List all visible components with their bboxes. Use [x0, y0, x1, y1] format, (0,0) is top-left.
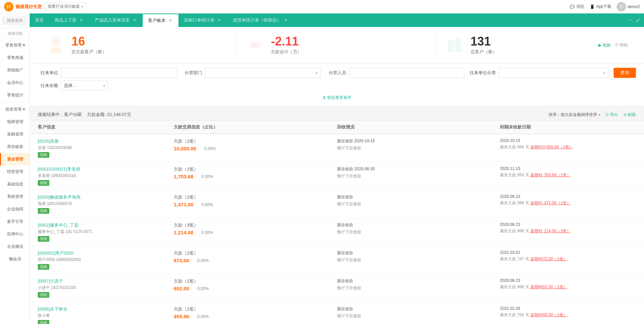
- sidebar-search-button[interactable]: 搜索菜单: [2, 16, 27, 25]
- dept-chevron-icon: ▾: [316, 71, 317, 75]
- tab-close-customer-account[interactable]: ✕: [168, 18, 173, 23]
- recovery-next-0: 预计下次收款: [337, 145, 500, 151]
- tab-close-product-history[interactable]: ✕: [132, 18, 137, 23]
- sidebar-item-marketing[interactable]: 营销推广: [0, 64, 29, 77]
- customer-name-5[interactable]: [0007]小进干: [38, 278, 174, 284]
- tab-action-buttons: − ⤢: [624, 13, 644, 27]
- sidebar-item-capital[interactable]: 资金管理: [0, 153, 29, 166]
- debt-ratio-3: 0.00%: [201, 230, 213, 235]
- stat-card-debt-customers: 16 总欠款客户（家）: [38, 32, 237, 58]
- overdue-link-5[interactable]: 超期¥652.00（1笔）: [530, 285, 567, 289]
- tab-import-stats[interactable]: 进货单统计表（按商品） ✕: [227, 13, 294, 27]
- tab-purchase-stats[interactable]: 采购订单统计表 ✕: [178, 13, 227, 27]
- debt-ratio-6: 0.00%: [197, 314, 209, 319]
- person-input[interactable]: ···: [349, 68, 465, 78]
- debt-row-1: 1,703.68 0.00%: [174, 174, 337, 179]
- overdue-link-6[interactable]: 超期¥455.90（1笔）: [530, 313, 567, 317]
- debt-ratio-1: 0.00%: [201, 174, 213, 179]
- debt-count-2: 欠款（1笔）: [174, 194, 337, 200]
- help-link[interactable]: ⏱ 帮助: [615, 42, 628, 48]
- sidebar-item-member[interactable]: 会员中心: [0, 77, 29, 89]
- sidebar-divider-2: [0, 102, 29, 102]
- sidebar-item-inventory[interactable]: 库存核算: [0, 141, 29, 153]
- balance-select[interactable]: 选择... ▾: [61, 81, 108, 91]
- customer-name-0[interactable]: [0016]吴俊: [38, 138, 174, 144]
- message-button[interactable]: 💬 消息: [570, 4, 584, 9]
- tab-collapse-button[interactable]: −: [627, 17, 633, 24]
- sidebar-item-app-center[interactable]: 应用中心: [0, 228, 29, 240]
- sidebar-item-guide[interactable]: 新手引导: [0, 215, 29, 228]
- tab-product-shelf[interactable]: 商品上下架 ✕: [49, 13, 89, 27]
- sidebar-item-wechat[interactable]: 企业微信: [0, 240, 29, 253]
- debt-count-5: 欠款（1笔）: [174, 278, 337, 284]
- dept-select[interactable]: ▾: [205, 68, 320, 78]
- stat-card-right: ▶ 视频 ⏱ 帮助: [502, 42, 628, 48]
- filter-dept: 分管部门 ▾: [182, 68, 320, 78]
- overdue-link-1[interactable]: 超期¥1,703.68（1笔）: [530, 173, 571, 177]
- overdue-link-3[interactable]: 超期¥1,214.00（3笔）: [530, 229, 571, 233]
- sidebar-item-retail-mgmt[interactable]: 零售管理 ▾: [0, 39, 29, 52]
- sort-selector[interactable]: 排序：按欠款金额倒序排序 ▾: [549, 112, 600, 118]
- tab-customer-account[interactable]: 客户账本 ✕: [143, 13, 178, 27]
- customer-contact-0: 吴俊 13026203696: [38, 145, 174, 151]
- sidebar-item-operations[interactable]: 经营管理: [0, 166, 29, 178]
- user-avatar[interactable]: D demo2: [617, 2, 640, 11]
- svg-point-0: [52, 38, 60, 46]
- export-button[interactable]: ⊙ 导出: [606, 112, 618, 118]
- stat-info-total-customers: 131 总客户（家）: [471, 35, 497, 55]
- customer-name-4[interactable]: [000002]用户2050: [38, 250, 174, 256]
- tab-home[interactable]: 首页: [30, 13, 49, 27]
- sidebar-item-purchase[interactable]: 采购管理: [0, 128, 29, 141]
- sidebar-item-wholesale-mgmt[interactable]: 批发管理 ▾: [0, 103, 29, 116]
- tab-close-purchase-stats[interactable]: ✕: [217, 18, 222, 23]
- customer-name-1[interactable]: [00010200011]李老师: [38, 166, 174, 172]
- overdue-date-3: 2020.06.23: [500, 222, 636, 227]
- sidebar-item-retail-mall[interactable]: 零售商城: [0, 52, 29, 64]
- view-video-link[interactable]: ▶ 视频: [598, 42, 611, 48]
- customer-info-6: [0006]去下粮仓 陈小希 现销: [38, 306, 174, 324]
- sidebar-item-vip[interactable]: 畅会员: [0, 253, 29, 265]
- tab-bar: 首页 商品上下架 ✕ 产成品入库单历史 ✕ 客户账本 ✕ 采购订单统计表 ✕: [30, 13, 644, 27]
- search-button[interactable]: 查询: [614, 68, 636, 78]
- customer-tag-1: 现销: [38, 180, 49, 186]
- col-header-overdue: 到期未收款日期: [500, 124, 636, 130]
- refresh-button[interactable]: ⊙ 刷新: [623, 112, 636, 118]
- recovery-date-3: 最近收款: [337, 222, 500, 228]
- collapse-button[interactable]: ⬆ 收起更多条件: [323, 95, 352, 100]
- overdue-link-2[interactable]: 超期¥1,471.00（1笔）: [530, 201, 571, 205]
- top-bar-right: 💬 消息 📱 App下载 D demo2: [570, 2, 640, 11]
- stat-value-debt-total: -2.11: [271, 35, 302, 48]
- filter-balance: 往来余额 选择... ▾: [38, 81, 636, 91]
- collapse-icon: ⬆: [323, 95, 326, 100]
- stat-label-debt-count: 总欠款客户（家）: [72, 49, 107, 55]
- customer-name-6[interactable]: [0006]去下粮仓: [38, 306, 174, 312]
- unit-category-select[interactable]: ▾: [499, 68, 608, 78]
- sidebar-item-ecommerce[interactable]: 电商管理: [0, 116, 29, 128]
- sidebar-item-system[interactable]: 系统管理: [0, 190, 29, 203]
- debt-ratio-4: 0.00%: [197, 258, 209, 263]
- debt-info-6: 欠款（1笔） 455.90 0.00%: [174, 306, 337, 319]
- table-row: [0003]畅捷服务尹海燕 海燕 18513066976 现销 欠款（1笔） 1…: [30, 190, 644, 218]
- overdue-info-0: 2020.10.15 最长欠款 884 天 超期¥10,000.00（1笔）: [500, 138, 636, 150]
- store-selector[interactable]: 母婴行业演示账套 ▾: [45, 3, 86, 10]
- customer-name-2[interactable]: [0003]畅捷服务尹海燕: [38, 194, 174, 200]
- overdue-days-6: 最长欠款 750 天 超期¥455.90（1笔）: [500, 312, 636, 318]
- tab-maximize-button[interactable]: ⤢: [634, 17, 641, 24]
- overdue-link-0[interactable]: 超期¥10,000.00（1笔）: [530, 145, 573, 149]
- debt-count-6: 欠款（1笔）: [174, 306, 337, 312]
- tab-close-product-shelf[interactable]: ✕: [79, 18, 84, 23]
- source-unit-input[interactable]: ···: [61, 68, 176, 78]
- sidebar-item-enterprise[interactable]: 企业协同: [0, 203, 29, 215]
- overdue-days-5: 最长欠款 998 天 超期¥652.00（1笔）: [500, 284, 636, 290]
- app-download-button[interactable]: 📱 App下载: [590, 4, 611, 9]
- content-area: 首页 商品上下架 ✕ 产成品入库单历史 ✕ 客户账本 ✕ 采购订单统计表 ✕: [30, 13, 644, 324]
- sidebar-item-basic-info[interactable]: 基础信息: [0, 178, 29, 190]
- filter-area: 往来单位 ··· 分管部门 ▾: [30, 64, 644, 106]
- collapse-row: ⬆ 收起更多条件: [38, 93, 636, 102]
- tab-product-history[interactable]: 产成品入库单历史 ✕: [89, 13, 143, 27]
- filter-unit-category: 往来单位分类 ▾: [470, 68, 608, 78]
- customer-name-3[interactable]: [0002]服务中心_丁磊: [38, 222, 174, 228]
- tab-close-import-stats[interactable]: ✕: [283, 18, 288, 23]
- overdue-link-4[interactable]: 超期¥672.00（1笔）: [530, 257, 567, 261]
- sidebar-item-retail-stats[interactable]: 零售统计: [0, 89, 29, 101]
